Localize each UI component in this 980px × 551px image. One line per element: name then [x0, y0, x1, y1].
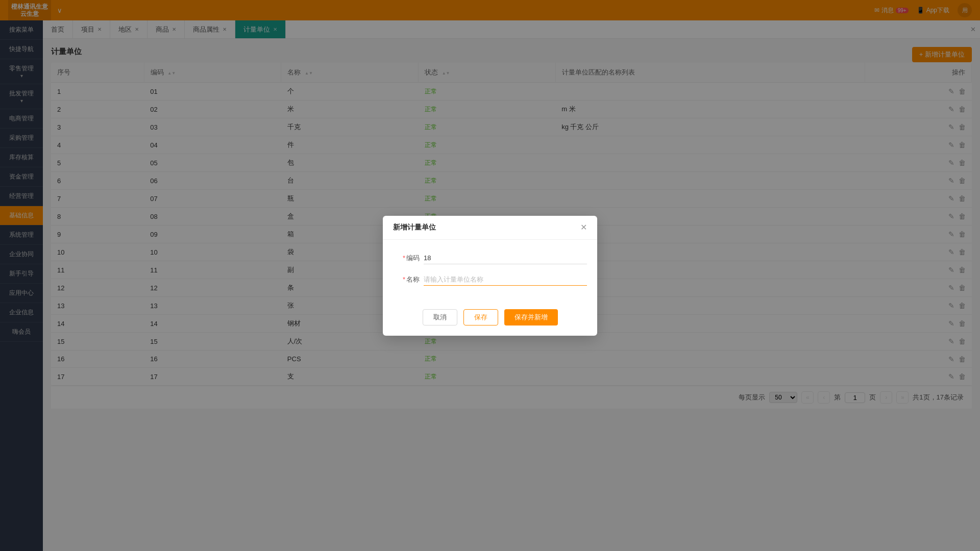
add-measure-unit-modal: 新增计量单位 ✕ *编码 *名称 取消 保存 保存并新增	[383, 216, 597, 336]
form-row-code: *编码	[393, 252, 587, 264]
modal-header: 新增计量单位 ✕	[383, 216, 597, 240]
save-and-new-button[interactable]: 保存并新增	[504, 309, 558, 325]
modal-footer: 取消 保存 保存并新增	[383, 303, 597, 336]
name-input[interactable]	[424, 273, 587, 286]
cancel-button[interactable]: 取消	[423, 309, 457, 325]
modal-overlay: 新增计量单位 ✕ *编码 *名称 取消 保存 保存并新增	[0, 0, 980, 551]
form-row-name: *名称	[393, 273, 587, 286]
modal-title: 新增计量单位	[393, 223, 436, 232]
modal-body: *编码 *名称	[383, 240, 597, 303]
code-label: *编码	[393, 254, 424, 263]
modal-close-btn[interactable]: ✕	[580, 223, 587, 232]
save-button[interactable]: 保存	[463, 309, 498, 325]
code-input[interactable]	[424, 252, 587, 264]
name-label: *名称	[393, 275, 424, 284]
